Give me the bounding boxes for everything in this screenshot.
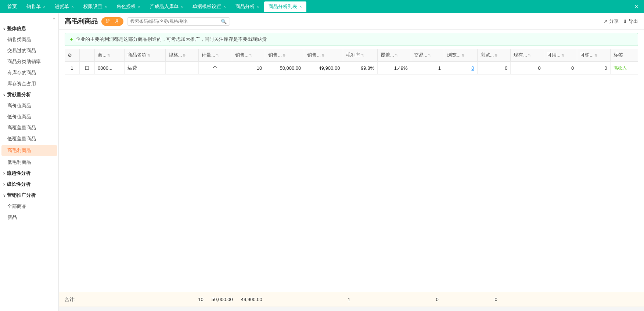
sidebar-item-商品分类助销率[interactable]: 商品分类助销率	[0, 56, 58, 67]
footer-stock-saleable: 0	[471, 297, 500, 302]
footer-spacer1	[82, 297, 155, 302]
col-header-gross_margin[interactable]: 毛利率 ⇅	[343, 49, 378, 62]
sidebar-item-有库存的商品[interactable]: 有库存的商品	[0, 67, 58, 78]
sidebar-group-title-贡献量分析[interactable]: ∨贡献量分析	[0, 89, 58, 100]
sidebar-group-title-成长性分析[interactable]: >成长性分析	[0, 179, 58, 190]
tab-close-icon[interactable]: ×	[105, 4, 107, 9]
sidebar-item-库存资金占用[interactable]: 库存资金占用	[0, 78, 58, 89]
col-header-unit[interactable]: 计量... ⇅	[199, 49, 232, 62]
sidebar-item-低价值商品[interactable]: 低价值商品	[0, 111, 58, 122]
share-button[interactable]: ↗ 分享	[604, 18, 619, 25]
col-header-views2[interactable]: 浏览... ⇅	[477, 49, 511, 62]
col-label: 销售...	[268, 52, 282, 58]
filter-button[interactable]: 近一月	[101, 17, 123, 26]
col-header-sales_amount[interactable]: 销售... ⇅	[265, 49, 304, 62]
sort-icon: ⇅	[594, 53, 597, 57]
sidebar-group-title-整体信息[interactable]: ∨整体信息	[0, 23, 58, 34]
col-header-stock_saleable[interactable]: 可销... ⇅	[577, 49, 611, 62]
col-label: 覆盖...	[381, 52, 394, 58]
nav-tab-销售单[interactable]: 销售单×	[22, 1, 50, 12]
cell-sales_cost: 49,900.00	[304, 62, 343, 75]
cell-views1[interactable]: 0	[444, 62, 478, 75]
sidebar-collapse-button[interactable]: «	[0, 13, 58, 23]
sort-icon: ⇅	[395, 53, 398, 57]
sidebar-group-title-营销推广分析[interactable]: ∨营销推广分析	[0, 190, 58, 201]
col-header-coverage[interactable]: 覆盖... ⇅	[378, 49, 411, 62]
col-header-sales_cost[interactable]: 销售... ⇅	[304, 49, 343, 62]
close-all-button[interactable]: ×	[632, 3, 641, 10]
col-header-code[interactable]: 商... ⇅	[95, 49, 125, 62]
nav-tab-label: 权限设置	[83, 3, 102, 10]
col-label: 标签	[614, 52, 623, 58]
col-header-stock_current[interactable]: 现有... ⇅	[511, 49, 544, 62]
sort-icon: ⇅	[107, 53, 110, 57]
tab-close-icon[interactable]: ×	[299, 4, 302, 9]
content-area: 高毛利商品 近一月 🔍 ↗ 分享 ⬇ 导出 ✦ 企业的主要的利润都是这部分商品创…	[59, 13, 644, 311]
table-row: 1☐0000...运费个1050,000.0049,900.0099.8%1.4…	[65, 62, 638, 75]
nav-tab-产成品入库单[interactable]: 产成品入库单×	[145, 1, 187, 12]
tab-close-icon[interactable]: ×	[257, 4, 259, 9]
sidebar-item-新品[interactable]: 新品	[0, 212, 58, 223]
nav-tab-label: 产成品入库单	[150, 3, 179, 10]
sidebar-group-title-流趋性分析[interactable]: >流趋性分析	[0, 168, 58, 179]
col-header-name[interactable]: 商品名称 ⇅	[124, 49, 165, 62]
col-header-spec[interactable]: 规格... ⇅	[165, 49, 199, 62]
col-label: 销售...	[235, 52, 249, 58]
col-header-sales_qty[interactable]: 销售... ⇅	[232, 49, 265, 62]
cell-stock_available: 0	[544, 62, 577, 75]
sidebar-group-label: 整体信息	[7, 25, 26, 32]
col-label: 规格...	[169, 52, 182, 58]
footer-spacer3	[265, 297, 295, 302]
tab-close-icon[interactable]: ×	[138, 4, 140, 9]
sort-icon: ⇅	[461, 53, 464, 57]
sidebar-group: ∨营销推广分析全部商品新品	[0, 190, 58, 223]
sidebar-item-低毛利商品[interactable]: 低毛利商品	[0, 157, 58, 168]
tab-close-icon[interactable]: ×	[223, 4, 226, 9]
search-box: 🔍	[127, 17, 230, 26]
sidebar-item-交易过的商品[interactable]: 交易过的商品	[0, 45, 58, 56]
sidebar-item-全部商品[interactable]: 全部商品	[0, 201, 58, 212]
cell-coverage: 1.49%	[378, 62, 411, 75]
cell-tag: 高收入	[610, 62, 638, 75]
nav-tab-首页[interactable]: 首页	[3, 1, 21, 12]
export-button[interactable]: ⬇ 导出	[623, 18, 638, 25]
nav-tab-商品分析[interactable]: 商品分析×	[231, 1, 263, 12]
sort-icon: ⇅	[561, 53, 564, 57]
nav-tab-label: 商品分析	[235, 3, 255, 10]
info-banner: ✦ 企业的主要的利润都是这部分商品创造的，可考虑加大推广，同时关注库存是不要出现…	[65, 33, 638, 46]
sidebar-item-高覆盖量商品[interactable]: 高覆盖量商品	[0, 122, 58, 133]
share-icon: ↗	[604, 19, 608, 24]
search-input[interactable]	[130, 19, 219, 24]
nav-tab-进货单[interactable]: 进货单×	[50, 1, 78, 12]
sort-icon: ⇅	[183, 53, 186, 57]
nav-tab-角色授权[interactable]: 角色授权×	[112, 1, 144, 12]
sidebar-group: ∨贡献量分析高价值商品低价值商品高覆盖量商品低覆盖量商品高毛利商品低毛利商品	[0, 89, 58, 168]
tab-close-icon[interactable]: ×	[71, 4, 73, 9]
footer-spacer2	[155, 297, 184, 302]
cell-code: 0000...	[95, 62, 125, 75]
nav-tab-权限设置[interactable]: 权限设置×	[79, 1, 111, 12]
nav-tab-单据模板设置[interactable]: 单据模板设置×	[188, 1, 230, 12]
col-header-views1[interactable]: 浏览... ⇅	[444, 49, 478, 62]
sidebar-item-销售类商品[interactable]: 销售类商品	[0, 34, 58, 45]
horizontal-scrollbar[interactable]	[59, 307, 644, 311]
col-header-stock_available[interactable]: 可用... ⇅	[544, 49, 577, 62]
cell-checkbox[interactable]: ☐	[79, 62, 94, 75]
col-header-settings: ⚙	[65, 49, 79, 62]
col-label: 交易...	[414, 52, 428, 58]
sort-icon: ⇅	[361, 53, 364, 57]
footer-transactions: 1	[324, 297, 353, 302]
col-label: 浏览...	[447, 52, 461, 58]
header-actions: ↗ 分享 ⬇ 导出	[604, 18, 638, 25]
collapse-icon: «	[53, 15, 55, 21]
tab-close-icon[interactable]: ×	[43, 4, 45, 9]
tab-close-icon[interactable]: ×	[181, 4, 183, 9]
sidebar-item-高毛利商品[interactable]: 高毛利商品	[1, 145, 57, 156]
col-label: ⚙	[68, 53, 72, 58]
sidebar-item-低覆盖量商品[interactable]: 低覆盖量商品	[0, 133, 58, 144]
sidebar-item-高价值商品[interactable]: 高价值商品	[0, 100, 58, 111]
nav-tab-商品分析列表[interactable]: 商品分析列表×	[264, 1, 306, 12]
search-icon[interactable]: 🔍	[221, 19, 227, 24]
col-header-transactions[interactable]: 交易... ⇅	[411, 49, 444, 62]
sidebar-group-arrow: >	[3, 171, 5, 176]
